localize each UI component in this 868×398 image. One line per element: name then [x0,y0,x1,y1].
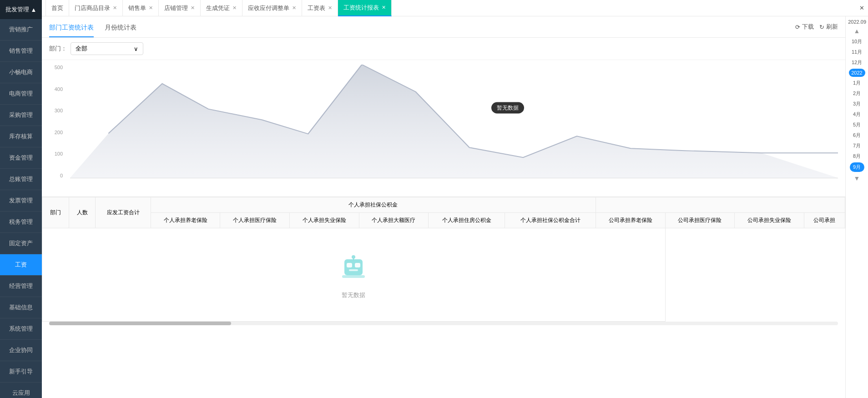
right-timeline-panel: 2022.09 ▲ 10月 11月 12月 2022 1月 2月 3月 [845,16,868,398]
timeline-month-10[interactable]: 10月 [846,36,868,47]
no-data-text: 暂无数据 [65,291,642,299]
th-personal-unemployment: 个人承担失业保险 [289,213,359,228]
svg-point-6 [352,255,355,259]
svg-rect-3 [355,263,360,267]
no-data-cell: 暂无数据 [42,228,666,322]
chevron-down-icon: ∨ [134,45,138,52]
no-data-icon [65,250,642,287]
timeline-month-9[interactable]: 9月 [850,162,864,172]
sidebar-item-purchase[interactable]: 采购管理 [0,105,42,126]
main-panel: 部门工资统计表 月份统计表 ⟳ 下载 ↻ 刷新 [42,16,845,398]
content-area: 部门工资统计表 月份统计表 ⟳ 下载 ↻ 刷新 [42,16,868,398]
th-company-insurance [596,197,845,213]
download-icon: ⟳ [795,24,800,30]
th-dept: 部门 [42,197,69,228]
filter-toolbar: 部门： 全部 ∨ [42,38,845,60]
download-button[interactable]: ⟳ 下载 [795,23,814,31]
chart-no-data: 暂无数据 [491,102,524,113]
th-company-unemployment: 公司承担失业保险 [735,213,804,228]
sidebar-title: 批发管理 [5,5,29,14]
sidebar-item-sales[interactable]: 销售管理 [0,40,42,62]
sidebar-item-newbie[interactable]: 新手引导 [0,361,42,383]
timeline-month-11[interactable]: 11月 [846,47,868,57]
tab-generate-voucher[interactable]: 生成凭证 ✕ [201,0,242,16]
th-company-pension: 公司承担养老保险 [596,213,666,228]
th-personal-pension: 个人承担养老保险 [151,213,220,228]
sidebar-item-invoice[interactable]: 发票管理 [0,190,42,212]
tab-close-ar-ap-adjust[interactable]: ✕ [292,5,296,10]
dept-label: 部门： [49,45,67,53]
timeline-nav-up[interactable]: ▲ [846,25,868,36]
refresh-icon: ↻ [819,24,824,30]
tab-close-store-manage[interactable]: ✕ [191,5,195,10]
subtab-month-stat[interactable]: 月份统计表 [105,21,136,37]
horizontal-scrollbar[interactable] [49,322,838,325]
timeline-month-8[interactable]: 8月 [846,151,868,161]
tab-close-payroll-report[interactable]: ✕ [382,5,386,10]
tab-close-store-catalog[interactable]: ✕ [113,5,117,10]
scrollbar-thumb[interactable] [49,322,231,325]
svg-rect-7 [353,258,354,260]
th-personal-medical: 个人承担医疗保险 [220,213,290,228]
sidebar-item-tax[interactable]: 税务管理 [0,212,42,233]
close-all-tabs[interactable]: ✕ [859,5,864,11]
svg-marker-0 [70,65,838,178]
sidebar-header[interactable]: 批发管理 ▲ [0,0,42,19]
tab-close-sales-order[interactable]: ✕ [149,5,153,10]
svg-rect-4 [349,269,358,271]
refresh-button[interactable]: ↻ 刷新 [819,23,838,31]
data-table: 部门 人数 应发工资合计 个人承担社保公积金 个人承担养老保险 个人承担医疗保险… [42,197,845,322]
tab-sales-order[interactable]: 销售单 ✕ [123,0,159,16]
tab-bar-end: ✕ [859,5,864,11]
filter-left: 部门： 全部 ∨ [49,42,143,55]
sidebar-item-assets[interactable]: 固定资产 [0,233,42,254]
timeline-year-label: 2022.09 [846,18,868,25]
timeline-year-2022[interactable]: 2022 [849,69,865,77]
th-personal-insurance: 个人承担社保公积金 [151,197,595,213]
main-area: 首页 门店商品目录 ✕ 销售单 ✕ 店铺管理 ✕ 生成凭证 ✕ 应收应付调整单 … [42,0,868,398]
timeline-month-3[interactable]: 3月 [846,99,868,109]
dept-select[interactable]: 全部 ∨ [71,42,143,55]
svg-rect-5 [342,275,365,278]
sidebar-item-payroll[interactable]: 工资 [0,254,42,276]
tab-close-generate-voucher[interactable]: ✕ [232,5,237,10]
th-company-other: 公司承担 [804,213,845,228]
sidebar-item-cloud[interactable]: 云应用 [0,383,42,398]
chart-container: 500 400 300 200 100 0 [42,60,845,196]
timeline-month-2[interactable]: 2月 [846,88,868,99]
subtab-dept-stat[interactable]: 部门工资统计表 [49,21,94,37]
sidebar-item-marketing[interactable]: 营销推广 [0,19,42,40]
sidebar-item-system[interactable]: 系统管理 [0,318,42,340]
sidebar-item-inventory[interactable]: 库存核算 [0,126,42,147]
sidebar-item-ledger[interactable]: 总账管理 [0,169,42,190]
tab-store-manage[interactable]: 店铺管理 ✕ [159,0,201,16]
sub-tab-bar: 部门工资统计表 月份统计表 ⟳ 下载 ↻ 刷新 [42,16,845,38]
svg-rect-2 [347,263,352,267]
timeline-month-6[interactable]: 6月 [846,130,868,141]
data-table-container: 部门 人数 应发工资合计 个人承担社保公积金 个人承担养老保险 个人承担医疗保险… [42,196,845,398]
tab-payroll-report[interactable]: 工资统计报表 ✕ [338,0,392,16]
sidebar-item-basic-info[interactable]: 基础信息 [0,297,42,318]
sidebar-item-collab[interactable]: 企业协同 [0,340,42,361]
th-personal-large-medical: 个人承担大额医疗 [359,213,429,228]
sidebar-item-operations[interactable]: 经营管理 [0,276,42,297]
sidebar-item-ecommerce-small[interactable]: 小畅电商 [0,62,42,83]
sidebar-item-finance[interactable]: 资金管理 [0,147,42,169]
chart-area: 暂无数据 [70,65,838,178]
tab-payroll-sheet[interactable]: 工资表 ✕ [302,0,338,16]
timeline-month-1[interactable]: 1月 [846,78,868,88]
tab-home[interactable]: 首页 [45,0,69,16]
tab-store-catalog[interactable]: 门店商品目录 ✕ [69,0,123,16]
tab-ar-ap-adjust[interactable]: 应收应付调整单 ✕ [242,0,302,16]
timeline-month-4[interactable]: 4月 [846,109,868,120]
timeline-month-12[interactable]: 12月 [846,57,868,68]
tab-close-payroll-sheet[interactable]: ✕ [328,5,332,10]
no-data-area: 暂无数据 [47,232,661,317]
timeline-month-5[interactable]: 5月 [846,120,868,130]
sidebar: 批发管理 ▲ 营销推广 销售管理 小畅电商 电商管理 采购管理 库存核算 资金管… [0,0,42,398]
th-personal-total: 个人承担社保公积金合计 [505,213,596,228]
timeline-month-7[interactable]: 7月 [846,141,868,151]
timeline-nav-down[interactable]: ▼ [846,173,868,184]
th-personal-housing: 个人承担住房公积金 [429,213,505,228]
sidebar-item-ecommerce[interactable]: 电商管理 [0,83,42,105]
